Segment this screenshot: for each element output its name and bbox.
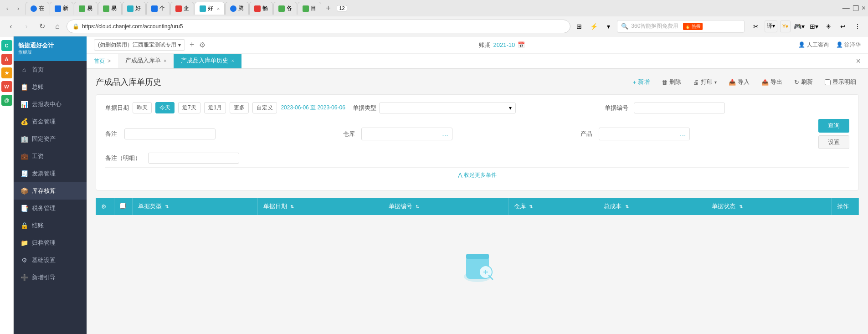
tab-1[interactable]: 在 [26,2,49,15]
select-all-checkbox[interactable] [120,203,126,209]
tab-close-8[interactable]: × [217,6,220,11]
sidebar-item-home[interactable]: ⌂ 首页 [14,61,87,78]
tab-7[interactable]: 企 [170,2,194,15]
tab-5[interactable]: 好 [122,2,146,15]
breadcrumb-home[interactable]: 首页 [94,57,105,65]
type-select-dropdown[interactable]: ▾ [379,103,516,113]
sidebar-item-general[interactable]: 📋 总账 [14,78,87,96]
browser-forward-btn[interactable]: › [13,3,23,13]
page-tab-history-close[interactable]: × [231,58,234,63]
import-btn[interactable]: 📥 导入 [726,76,752,88]
sidebar-item-reports[interactable]: 📊 云报表中心 [14,96,87,113]
last-month-btn[interactable]: 近1月 [204,102,226,113]
page-tab-history[interactable]: 产成品入库单历史 × [174,54,241,68]
table-col-gear[interactable]: ⚙ [96,198,114,215]
export-btn[interactable]: 📤 导出 [759,76,785,88]
add-account-btn[interactable]: + [190,40,195,50]
print-btn[interactable]: 🖨 打印 ▾ [690,76,719,88]
product-select-btn[interactable]: ... [599,128,690,140]
calendar-icon[interactable]: 📅 [518,41,525,48]
sort-total-cost-icon: ⇅ [625,204,629,209]
query-btn[interactable]: 查询 [818,119,849,133]
dropdown-btn[interactable]: ▾ [602,21,614,32]
sidebar-item-closing[interactable]: 🔒 结账 [14,217,87,234]
table-col-type[interactable]: 单据类型 ⇅ [132,198,257,215]
grid-ext[interactable]: ⊞▾ [808,21,820,32]
tab-8-active[interactable]: 好 × [195,2,225,15]
remark-field: 备注 [105,128,336,139]
number-input[interactable] [634,103,725,113]
window-minimize[interactable]: — [842,4,850,12]
browser-back-btn[interactable]: ‹ [2,3,12,13]
last7days-btn[interactable]: 近7天 [178,102,200,113]
tab-11[interactable]: 各 [273,2,297,15]
tab-10[interactable]: 畅 [249,2,273,15]
refresh-btn[interactable]: ↻ [36,20,48,33]
undo-ext[interactable]: ↩ [837,21,849,32]
nav-forward-btn[interactable]: › [20,20,33,33]
app-icon-5[interactable]: @ [1,95,12,106]
home-btn[interactable]: ⌂ [51,20,64,33]
table-col-status[interactable]: 单据状态 ⇅ [706,198,831,215]
more-btn[interactable]: 更多 [230,102,249,113]
tab-12[interactable]: 目 [298,2,321,15]
table-col-total-cost[interactable]: 总成本 ⇅ [598,198,706,215]
sidebar-item-funds[interactable]: 💰 资金管理 [14,113,87,130]
table-col-warehouse[interactable]: 仓库 ⇅ [508,198,598,215]
new-btn[interactable]: + 新增 [630,76,652,88]
company-selector[interactable]: (勿删勿禁用）江西服宝测试专用 ▾ [94,39,185,51]
more-settings[interactable]: ⋮ [852,21,863,32]
tab-9[interactable]: 腾 [225,2,249,15]
app-icon-4[interactable]: W [1,81,12,92]
panel-close-btn[interactable]: × [848,54,868,68]
refresh-btn[interactable]: ↻ 刷新 [791,76,816,88]
warehouse-select-btn[interactable]: ... [361,128,452,140]
address-bar[interactable]: 🔒 https://cloud.chanjet.com/accounting/u… [67,20,570,33]
sidebar-item-tax[interactable]: 📑 税务管理 [14,200,87,217]
closing-icon: 🔒 [20,222,28,229]
remark-input[interactable] [124,128,216,139]
sidebar-item-salary[interactable]: 💼 工资 [14,148,87,165]
lightning-btn[interactable]: ⚡ [588,21,600,32]
detail-remark-input[interactable] [148,153,239,164]
table-col-number[interactable]: 单据编号 ⇅ [383,198,508,215]
window-maximize[interactable]: ❐ [853,4,859,13]
tab-2[interactable]: 新 [50,2,73,15]
page-tab-list[interactable]: 产成品入库单 × [118,54,174,68]
sun-ext[interactable]: ☀ [822,21,834,32]
gamepad-ext[interactable]: 🎮▾ [793,21,805,32]
app-icon-3[interactable]: ★ [1,67,12,78]
sidebar-item-archive[interactable]: 📁 归档管理 [14,234,87,252]
sidebar-item-inventory[interactable]: 📦 库存核算 [14,182,87,200]
display-detail-btn[interactable]: 显示明细 [822,76,859,88]
tab-6[interactable]: 个 [146,2,170,15]
yesterday-btn[interactable]: 昨天 [133,102,152,113]
sidebar-item-invoice[interactable]: 🧾 发票管理 [14,165,87,182]
translate-ext[interactable]: 译▾ [765,21,777,32]
page-tab-list-close[interactable]: × [164,58,166,63]
display-detail-checkbox[interactable] [825,79,831,85]
custom-btn[interactable]: 自定义 [252,102,277,113]
grid-btn[interactable]: ⊞ [573,21,585,32]
today-btn[interactable]: 今天 [155,102,175,113]
nav-back-btn[interactable]: ‹ [5,20,17,33]
settings-btn[interactable]: 设置 [818,135,849,149]
app-icon-1[interactable]: C [1,40,12,51]
app-icon-2[interactable]: A [1,54,12,65]
window-close[interactable]: × [862,4,866,12]
tab-4[interactable]: 易 [98,2,122,15]
table-col-date[interactable]: 单据日期 ⇅ [257,198,383,215]
table-col-checkbox[interactable] [114,198,132,215]
collapse-btn[interactable]: ⋀ 收起更多条件 [458,172,497,178]
rmb-ext[interactable]: ¥▾ [780,21,791,32]
user-service-btn[interactable]: 👤 人工咨询 [798,41,828,49]
settings-gear-btn[interactable]: ⚙ [199,41,205,49]
tab-add-btn[interactable]: + [322,2,334,15]
sidebar-item-new[interactable]: ➕ 新增引导 [14,269,87,286]
sidebar-item-inventory-label: 库存核算 [32,187,56,195]
delete-btn[interactable]: 🗑 删除 [659,76,684,88]
sidebar-item-assets[interactable]: 🏢 固定资产 [14,130,87,148]
tab-3[interactable]: 易 [74,2,98,15]
sidebar-item-settings[interactable]: ⚙ 基础设置 [14,252,87,269]
scissors-ext[interactable]: ✂ [750,21,762,32]
